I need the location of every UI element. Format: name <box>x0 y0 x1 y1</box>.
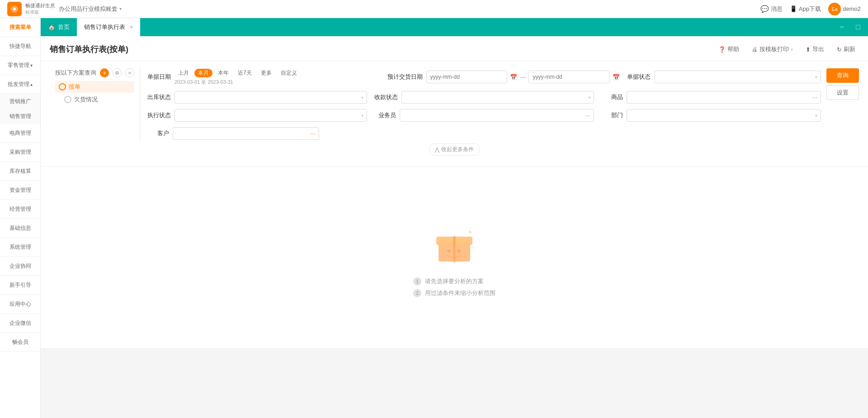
date-tab-this-month[interactable]: 本月 <box>194 69 212 77</box>
ship-status-label: 出库状态 <box>147 93 175 101</box>
cal-start-icon[interactable]: 📅 <box>510 74 517 81</box>
collapse-icon: ⋀ <box>435 147 439 153</box>
filter-customer-field: 客户 ··· <box>147 127 319 140</box>
sidebar-ecommerce[interactable]: 电商管理 <box>0 124 40 143</box>
date-tab-last-month[interactable]: 上月 <box>175 68 193 78</box>
collect-status-label: 收款状态 <box>374 93 401 101</box>
filter-main-row: 按以下方案查询 + ⊕ « 按单 欠货情况 <box>50 68 859 140</box>
execute-status-select[interactable] <box>175 109 367 122</box>
sidebar-basic[interactable]: 基础信息 <box>0 219 40 238</box>
plan-copy-btn[interactable]: ⊕ <box>113 68 122 77</box>
print-label: 按模板打印 <box>760 45 789 53</box>
settings-btn[interactable]: 设置 <box>826 86 859 100</box>
page-content: 销售订单执行表(按单) ❓ 帮助 🖨 按模板打印 ▾ ⬆ <box>41 36 868 418</box>
ship-status-select[interactable] <box>175 91 367 104</box>
tab-sales-order[interactable]: 销售订单执行表 × <box>77 18 140 36</box>
message-btn[interactable]: 💬 消息 <box>760 5 783 13</box>
sidebar-newbie[interactable]: 新手引导 <box>0 276 40 295</box>
dept-select[interactable] <box>627 109 821 122</box>
query-btn[interactable]: 查询 <box>826 68 859 83</box>
sidebar-wechat[interactable]: 企业微信 <box>0 314 40 333</box>
sidebar-purchase[interactable]: 采购管理 <box>0 143 40 162</box>
app-name-block: 畅捷通好生意 标准版 <box>25 2 55 15</box>
expected-date-start[interactable] <box>426 71 508 83</box>
print-arrow-icon: ▾ <box>791 47 793 52</box>
filter-row-3: 执行状态 业务员 <box>147 109 821 122</box>
filter-execute-status-field: 执行状态 <box>147 109 367 122</box>
svg-point-8 <box>472 247 473 249</box>
date-tab-this-year[interactable]: 本年 <box>214 68 232 78</box>
plan-sub-item-debt[interactable]: 欠货情况 <box>55 94 134 105</box>
date-label: 单据日期 <box>147 73 175 81</box>
tab-maximize-btn[interactable]: □ <box>852 21 864 33</box>
customer-input[interactable] <box>173 127 319 140</box>
sidebar-retail[interactable]: 零售管理 ▾ <box>0 56 40 75</box>
filter-goods-field: 商品 ··· <box>601 91 821 104</box>
collapse-btn[interactable]: ⋀ 收起更多条件 <box>429 143 480 156</box>
sidebar-wholesale[interactable]: 批发管理 ▴ <box>0 75 40 94</box>
sidebar-system[interactable]: 系统管理 <box>0 238 40 257</box>
customer-more-icon[interactable]: ··· <box>310 130 316 137</box>
tab-close-icon[interactable]: × <box>130 24 133 30</box>
date-tab-last7[interactable]: 近7天 <box>234 68 255 78</box>
date-options: 上月 本月 本年 近7天 更多 自定义 2023-03-01 至 20 <box>175 68 380 86</box>
sidebar-member[interactable]: 畅会员 <box>0 333 40 352</box>
filter-collect-status-field: 收款状态 <box>374 91 594 104</box>
plan-item-order[interactable]: 按单 <box>55 81 134 93</box>
sidebar-operations[interactable]: 经营管理 <box>0 200 40 219</box>
salesman-input[interactable] <box>400 109 594 122</box>
help-label: 帮助 <box>727 45 739 53</box>
sidebar-corp[interactable]: 企业协同 <box>0 257 40 276</box>
filter-status-field: 单据状态 <box>627 71 821 83</box>
filter-expected-date-field: 预计交货日期 📅 — 📅 <box>387 71 620 83</box>
plan-header-label: 按以下方案查询 <box>55 69 96 77</box>
collect-status-select[interactable] <box>401 91 594 104</box>
sidebar-finance[interactable]: 资金管理 <box>0 181 40 200</box>
sidebar-search[interactable]: 搜索菜单 <box>0 18 40 37</box>
date-separator: — <box>520 74 526 81</box>
expected-date-label: 预计交货日期 <box>387 73 426 81</box>
app-sub: 标准版 <box>25 9 55 15</box>
sidebar-quick-nav[interactable]: 快捷导航 <box>0 37 40 56</box>
date-tab-custom[interactable]: 自定义 <box>277 68 301 78</box>
filter-form-area: 单据日期 上月 本月 本年 近7天 更多 <box>140 68 859 140</box>
print-btn[interactable]: 🖨 按模板打印 ▾ <box>748 43 797 55</box>
hint-text-2: 用过滤条件来缩小分析范围 <box>425 289 495 297</box>
goods-more-icon[interactable]: ··· <box>812 94 817 101</box>
breadcrumb-arrow-icon[interactable]: ▾ <box>119 6 122 11</box>
sidebar-marketing[interactable]: 营销推广 <box>0 94 40 109</box>
empty-hint-2: 2 用过滤条件来缩小分析范围 <box>413 289 495 297</box>
user-profile[interactable]: Ea demo2 <box>828 3 861 15</box>
goods-input[interactable] <box>627 91 821 104</box>
export-btn[interactable]: ⬆ 导出 <box>802 43 828 55</box>
dept-select-wrap <box>627 109 821 122</box>
refresh-icon: ↻ <box>837 46 842 53</box>
empty-icon <box>427 214 481 268</box>
sidebar-inventory[interactable]: 库存核算 <box>0 162 40 181</box>
message-label: 消息 <box>771 5 783 13</box>
expected-date-end[interactable] <box>528 71 610 83</box>
goods-label: 商品 <box>601 93 627 101</box>
plan-add-btn[interactable]: + <box>100 68 109 77</box>
status-select[interactable] <box>654 71 821 83</box>
plan-collapse-btn[interactable]: « <box>125 68 134 77</box>
app-download-btn[interactable]: 📱 App下载 <box>790 5 821 13</box>
filter-row-2: 出库状态 收款状态 <box>147 91 821 104</box>
salesman-more-icon[interactable]: ··· <box>585 112 590 119</box>
page-header: 销售订单执行表(按单) ❓ 帮助 🖨 按模板打印 ▾ ⬆ <box>41 36 868 61</box>
sidebar-apps[interactable]: 应用中心 <box>0 295 40 314</box>
tab-minimize-btn[interactable]: − <box>835 21 848 33</box>
plan-panel: 按以下方案查询 + ⊕ « 按单 欠货情况 <box>50 68 140 140</box>
svg-point-9 <box>447 249 451 253</box>
collapse-label: 收起更多条件 <box>441 146 474 153</box>
status-label: 单据状态 <box>627 73 654 81</box>
date-tab-more[interactable]: 更多 <box>257 68 275 78</box>
tab-home[interactable]: 🏠 首页 <box>41 18 77 36</box>
help-btn[interactable]: ❓ 帮助 <box>715 43 743 55</box>
message-icon: 💬 <box>760 5 769 13</box>
refresh-btn[interactable]: ↻ 刷新 <box>833 43 859 55</box>
cal-end-icon[interactable]: 📅 <box>613 74 620 81</box>
sidebar-sales[interactable]: 销售管理 <box>0 109 40 124</box>
tab-actions: − □ <box>835 21 868 33</box>
page-title: 销售订单执行表(按单) <box>50 44 128 55</box>
